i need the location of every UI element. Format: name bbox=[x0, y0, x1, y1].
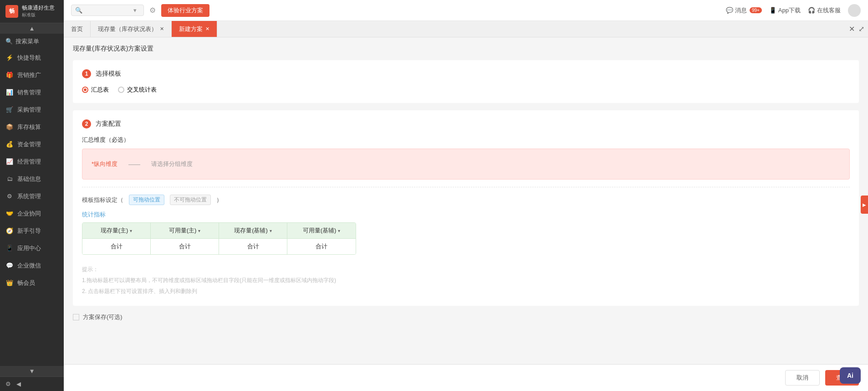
sidebar-item-member[interactable]: 👑 畅会员 bbox=[0, 274, 64, 292]
chevron-current-main[interactable]: ▾ bbox=[130, 228, 132, 233]
chevron-available-aux[interactable]: ▾ bbox=[338, 228, 340, 233]
main-area: 🔍 ▾ ⚙ 体验行业方案 💬 消息 99+ 📱 App下载 🎧 在线客服 bbox=[64, 0, 868, 391]
search-icon: 🔍 bbox=[5, 38, 13, 45]
save-label: 方案保存(可选) bbox=[83, 313, 123, 321]
sidebar-item-guide[interactable]: 🧭 新手引导 bbox=[0, 222, 64, 240]
settings-icon[interactable]: ⚙ bbox=[5, 381, 11, 387]
col-available-aux[interactable]: 可用量(基辅) ▾ bbox=[287, 223, 356, 238]
sales-icon: 📊 bbox=[5, 88, 14, 97]
chevron-available-main[interactable]: ▾ bbox=[198, 228, 200, 233]
sidebar-item-purchase[interactable]: 🛒 采购管理 bbox=[0, 101, 64, 118]
finance-icon: 💰 bbox=[5, 140, 14, 149]
dimension-box[interactable]: *纵向维度 —— 请选择分组维度 bbox=[82, 149, 850, 180]
headset-icon: 🎧 bbox=[808, 7, 815, 14]
col-available-main[interactable]: 可用量(主) ▾ bbox=[151, 223, 219, 238]
sidebar-item-sales[interactable]: 📊 销售管理 bbox=[0, 84, 64, 101]
step1-header: 1 选择模板 bbox=[82, 69, 850, 78]
step2-header: 2 方案配置 bbox=[82, 119, 850, 129]
avatar[interactable] bbox=[848, 4, 861, 17]
sidebar-item-apps[interactable]: 📱 应用中心 bbox=[0, 240, 64, 257]
chevron-down-icon[interactable]: ▾ bbox=[133, 7, 137, 14]
sidebar-footer: ⚙ ◀ bbox=[0, 376, 64, 391]
ai-bubble[interactable]: Ai bbox=[840, 367, 861, 384]
inventory-icon: 📦 bbox=[5, 123, 14, 131]
tab-controls: ✕ ⤢ bbox=[845, 25, 868, 33]
step1-card: 1 选择模板 汇总表 交叉统计表 bbox=[73, 60, 859, 103]
draggable-badge: 可拖动位置 bbox=[129, 195, 164, 205]
dimension-required: *纵向维度 bbox=[92, 160, 117, 168]
tab-home[interactable]: 首页 bbox=[64, 21, 91, 37]
dimension-section: 汇总维度（必选） *纵向维度 —— 请选择分组维度 bbox=[82, 136, 850, 180]
radio-cross[interactable]: 交叉统计表 bbox=[118, 86, 157, 94]
sidebar: 畅 畅康通好生意 标准版 ▲ 🔍 搜索菜单 ⚡ 快捷导航 🎁 营销推广 📊 销售… bbox=[0, 0, 64, 391]
save-checkbox[interactable] bbox=[73, 314, 79, 320]
sidebar-scroll-up[interactable]: ▲ bbox=[0, 23, 64, 34]
sidebar-item-system[interactable]: ⚙ 系统管理 bbox=[0, 188, 64, 205]
cell-current-aux: 合计 bbox=[219, 239, 287, 254]
close-inventory-tab[interactable]: ✕ bbox=[160, 26, 164, 32]
col-current-aux[interactable]: 现存量(基辅) ▾ bbox=[219, 223, 287, 238]
search-input[interactable] bbox=[84, 7, 130, 14]
footer-bar: 取消 查询 bbox=[64, 364, 868, 391]
header-right: 💬 消息 99+ 📱 App下载 🎧 在线客服 bbox=[726, 4, 861, 17]
search-menu[interactable]: 🔍 搜索菜单 bbox=[0, 34, 64, 49]
message-icon: 💬 bbox=[726, 7, 733, 14]
content-area: 现存量(库存状况表)方案设置 1 选择模板 汇总表 交叉统计表 bbox=[64, 37, 868, 364]
search-bar-icon: 🔍 bbox=[75, 7, 82, 14]
indicator-settings: 模板指标设定（ 可拖动位置 不可拖动位置 ） bbox=[82, 195, 850, 205]
sidebar-item-basics[interactable]: 🗂 基础信息 bbox=[0, 170, 64, 188]
sidebar-item-marketing[interactable]: 🎁 营销推广 bbox=[0, 67, 64, 84]
apps-icon: 📱 bbox=[5, 244, 14, 252]
cell-available-aux: 合计 bbox=[287, 239, 356, 254]
expand-tab-button[interactable]: ⤢ bbox=[858, 25, 864, 33]
trial-btn[interactable]: 体验行业方案 bbox=[161, 4, 209, 17]
customer-service-item[interactable]: 🎧 在线客服 bbox=[808, 6, 841, 15]
sidebar-item-operations[interactable]: 📈 经营管理 bbox=[0, 153, 64, 170]
radio-summary-circle[interactable] bbox=[82, 87, 88, 93]
sidebar-scroll-down[interactable]: ▼ bbox=[0, 366, 64, 376]
close-new-scheme-tab[interactable]: ✕ bbox=[205, 26, 209, 32]
col-current-main[interactable]: 现存量(主) ▾ bbox=[82, 223, 151, 238]
app-download-item[interactable]: 📱 App下载 bbox=[769, 6, 801, 15]
radio-cross-circle[interactable] bbox=[118, 87, 124, 93]
indicator-suffix: ） bbox=[216, 196, 222, 204]
tab-new-scheme[interactable]: 新建方案 ✕ bbox=[172, 21, 217, 37]
cancel-button[interactable]: 取消 bbox=[785, 370, 820, 386]
messages-item[interactable]: 💬 消息 99+ bbox=[726, 6, 762, 15]
stats-table-body: 合计 合计 合计 合计 bbox=[82, 239, 356, 254]
radio-summary[interactable]: 汇总表 bbox=[82, 86, 109, 94]
app-logo: 畅 畅康通好生意 标准版 bbox=[0, 0, 64, 23]
dimension-separator: —— bbox=[128, 161, 140, 168]
quick-nav-icon: ⚡ bbox=[5, 54, 14, 62]
dimension-label: 汇总维度（必选） bbox=[82, 136, 850, 144]
tips-title: 提示： bbox=[82, 266, 98, 273]
stats-section: 统计指标 现存量(主) ▾ 可用量(主) ▾ 现存量(基辅) bbox=[82, 211, 850, 255]
download-icon: 📱 bbox=[769, 7, 776, 14]
radio-summary-dot bbox=[84, 88, 87, 91]
member-icon: 👑 bbox=[5, 279, 14, 287]
non-draggable-badge: 不可拖动位置 bbox=[170, 195, 211, 205]
logo-text: 畅康通好生意 标准版 bbox=[22, 5, 55, 18]
indicator-label: 模板指标设定（ bbox=[82, 196, 123, 204]
collapse-icon[interactable]: ◀ bbox=[16, 381, 21, 387]
step1-number: 1 bbox=[82, 69, 91, 78]
close-tab-button[interactable]: ✕ bbox=[849, 25, 855, 33]
tab-bar: 首页 现存量（库存状况表） ✕ 新建方案 ✕ ✕ ⤢ bbox=[64, 21, 868, 37]
sidebar-item-quick-nav[interactable]: ⚡ 快捷导航 bbox=[0, 49, 64, 67]
chevron-current-aux[interactable]: ▾ bbox=[270, 228, 272, 233]
sidebar-item-finance[interactable]: 💰 资金管理 bbox=[0, 136, 64, 153]
tips-section: 提示： 1.拖动标题栏可以调整布局，不可跨维度或指标区域拖动栏目字段(只能在同一… bbox=[82, 264, 850, 297]
stats-table-header: 现存量(主) ▾ 可用量(主) ▾ 现存量(基辅) ▾ 可用量(基辅) bbox=[82, 223, 356, 239]
gear-icon[interactable]: ⚙ bbox=[149, 6, 156, 15]
header-search-bar[interactable]: 🔍 ▾ bbox=[71, 5, 144, 16]
sidebar-item-wechat[interactable]: 💬 企业微信 bbox=[0, 257, 64, 274]
dimension-placeholder: 请选择分组维度 bbox=[151, 160, 193, 168]
right-panel-toggle[interactable]: ▶ bbox=[861, 196, 868, 214]
tip-item-2: 2. 点击标题栏下拉可设置排序、插入列和删除列 bbox=[82, 288, 197, 294]
sidebar-item-inventory[interactable]: 📦 库存核算 bbox=[0, 118, 64, 136]
cooperation-icon: 🤝 bbox=[5, 210, 14, 218]
tab-inventory-status[interactable]: 现存量（库存状况表） ✕ bbox=[91, 21, 172, 37]
guide-icon: 🧭 bbox=[5, 227, 14, 235]
sidebar-item-cooperation[interactable]: 🤝 企业协同 bbox=[0, 205, 64, 222]
divider1 bbox=[82, 187, 850, 187]
